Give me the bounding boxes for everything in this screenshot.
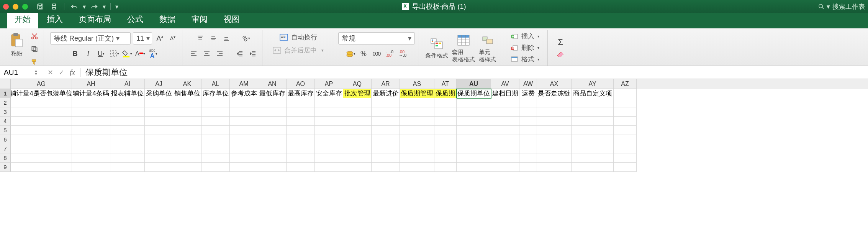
cell-AW7[interactable] xyxy=(519,144,537,153)
cell-AL4[interactable] xyxy=(201,117,230,126)
cell-AI5[interactable] xyxy=(110,126,145,135)
row-header-7[interactable]: 7 xyxy=(0,144,11,153)
borders-button[interactable]: ▾ xyxy=(109,48,120,59)
bold-button[interactable]: B xyxy=(70,48,80,59)
wrap-text-button[interactable]: 自动换行 xyxy=(275,31,321,44)
cell-AG2[interactable] xyxy=(11,98,72,107)
cell-AY9[interactable] xyxy=(572,163,614,172)
cell-AV5[interactable] xyxy=(491,126,519,135)
cell-AP9[interactable] xyxy=(315,163,343,172)
cell-AW9[interactable] xyxy=(519,163,537,172)
cell-AV1[interactable]: 建档日期 xyxy=(491,89,519,98)
column-header-AJ[interactable]: AJ xyxy=(145,79,173,89)
orientation-button[interactable]: ab▾ xyxy=(241,33,252,44)
increase-indent-button[interactable] xyxy=(247,48,258,59)
cell-AX9[interactable] xyxy=(537,163,572,172)
cell-AR9[interactable] xyxy=(372,163,400,172)
name-box[interactable]: AU1 ▲▼ xyxy=(0,66,42,79)
cell-AM3[interactable] xyxy=(230,107,258,117)
cell-AQ7[interactable] xyxy=(343,144,372,153)
format-cells-button[interactable]: 格式▾ xyxy=(506,53,544,65)
cell-AT8[interactable] xyxy=(434,153,457,163)
phonetic-button[interactable]: abcA▾ xyxy=(148,48,159,59)
cell-AS8[interactable] xyxy=(400,153,434,163)
cell-AL7[interactable] xyxy=(201,144,230,153)
cell-AR8[interactable] xyxy=(372,153,400,163)
cell-AM9[interactable] xyxy=(230,163,258,172)
cell-AR3[interactable] xyxy=(372,107,400,117)
cell-AS9[interactable] xyxy=(400,163,434,172)
cell-AW6[interactable] xyxy=(519,135,537,144)
cell-AN1[interactable]: 最低库存 xyxy=(258,89,287,98)
cell-AN5[interactable] xyxy=(258,126,287,135)
column-header-AU[interactable]: AU xyxy=(457,79,491,89)
cell-AX6[interactable] xyxy=(537,135,572,144)
column-header-AP[interactable]: AP xyxy=(315,79,343,89)
cell-AZ5[interactable] xyxy=(614,126,637,135)
cell-AH8[interactable] xyxy=(72,153,110,163)
format-as-table-button[interactable]: 套用 表格格式 xyxy=(452,33,475,63)
save-icon[interactable] xyxy=(35,2,46,11)
cell-AZ9[interactable] xyxy=(614,163,637,172)
cell-AV4[interactable] xyxy=(491,117,519,126)
cell-AL1[interactable]: 库存单位 xyxy=(201,89,230,98)
cancel-formula-icon[interactable]: ✕ xyxy=(47,68,53,77)
cell-AI4[interactable] xyxy=(110,117,145,126)
cell-AK4[interactable] xyxy=(173,117,201,126)
cell-AV7[interactable] xyxy=(491,144,519,153)
align-right-button[interactable] xyxy=(215,48,225,59)
redo-button[interactable] xyxy=(89,2,100,11)
cell-AN4[interactable] xyxy=(258,117,287,126)
fill-color-button[interactable]: ▾ xyxy=(122,48,133,59)
cell-AX5[interactable] xyxy=(537,126,572,135)
cell-AV2[interactable] xyxy=(491,98,519,107)
cell-AI1[interactable]: 报表辅单位 xyxy=(110,89,145,98)
cell-AH6[interactable] xyxy=(72,135,110,144)
cell-AS2[interactable] xyxy=(400,98,434,107)
cell-AH2[interactable] xyxy=(72,98,110,107)
row-header-9[interactable]: 9 xyxy=(0,163,11,172)
cell-AK5[interactable] xyxy=(173,126,201,135)
merge-center-button[interactable]: 合并后居中▾ xyxy=(269,44,328,57)
cell-AV3[interactable] xyxy=(491,107,519,117)
cell-AO7[interactable] xyxy=(287,144,315,153)
cell-AL8[interactable] xyxy=(201,153,230,163)
align-top-button[interactable] xyxy=(195,33,206,44)
cell-AU1[interactable]: 保质期单位 xyxy=(457,89,491,98)
cell-AY1[interactable]: 商品自定义项 xyxy=(572,89,614,98)
column-header-AW[interactable]: AW xyxy=(519,79,537,89)
tab-页面布局[interactable]: 页面布局 xyxy=(71,11,119,28)
cell-AJ3[interactable] xyxy=(145,107,173,117)
cell-AM7[interactable] xyxy=(230,144,258,153)
cell-AM1[interactable]: 参考成本 xyxy=(230,89,258,98)
cell-AP5[interactable] xyxy=(315,126,343,135)
underline-button[interactable]: U▾ xyxy=(96,48,106,59)
cell-AW5[interactable] xyxy=(519,126,537,135)
cell-AT9[interactable] xyxy=(434,163,457,172)
column-header-AL[interactable]: AL xyxy=(201,79,230,89)
column-header-AO[interactable]: AO xyxy=(287,79,315,89)
cell-AQ8[interactable] xyxy=(343,153,372,163)
fx-icon[interactable]: fx xyxy=(70,68,75,77)
row-header-2[interactable]: 2 xyxy=(0,98,11,107)
cell-AN7[interactable] xyxy=(258,144,287,153)
cell-AW8[interactable] xyxy=(519,153,537,163)
percent-button[interactable]: % xyxy=(358,48,369,59)
cell-AX4[interactable] xyxy=(537,117,572,126)
cell-AO6[interactable] xyxy=(287,135,315,144)
cell-AN2[interactable] xyxy=(258,98,287,107)
cell-AZ8[interactable] xyxy=(614,153,637,163)
cell-AU3[interactable] xyxy=(457,107,491,117)
column-header-AZ[interactable]: AZ xyxy=(614,79,637,89)
tab-插入[interactable]: 插入 xyxy=(39,11,70,28)
column-header-AX[interactable]: AX xyxy=(537,79,572,89)
cell-AJ1[interactable]: 采购单位 xyxy=(145,89,173,98)
column-header-AK[interactable]: AK xyxy=(173,79,201,89)
cell-AO3[interactable] xyxy=(287,107,315,117)
cell-AJ5[interactable] xyxy=(145,126,173,135)
cell-AO8[interactable] xyxy=(287,153,315,163)
align-middle-button[interactable] xyxy=(208,33,219,44)
cell-AQ4[interactable] xyxy=(343,117,372,126)
cell-AH4[interactable] xyxy=(72,117,110,126)
font-name-combo[interactable]: 等线 Regular (正文)▾ xyxy=(50,32,131,44)
